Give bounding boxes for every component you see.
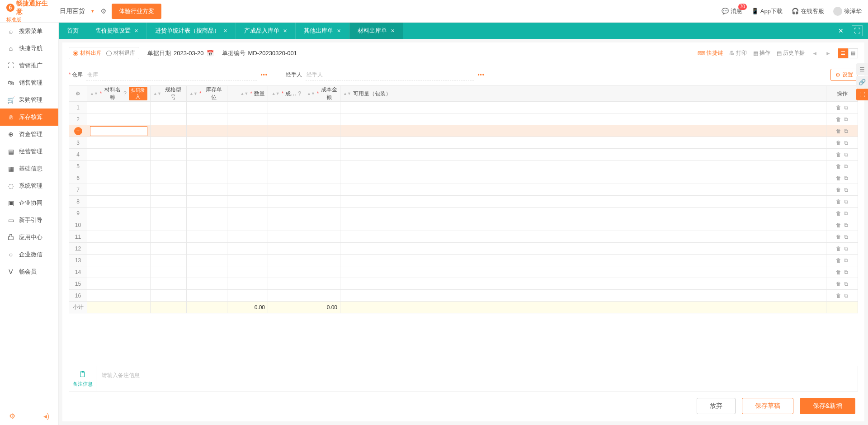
sidebar-item-库存核算[interactable]: ⎚库存核算 (0, 109, 58, 126)
view-list-icon[interactable]: ☰ (838, 48, 848, 58)
table-row[interactable]: 1🗑⧉ (69, 102, 858, 113)
sidebar-item-搜索菜单[interactable]: ⌕搜索菜单 (0, 23, 58, 40)
sidebar-item-应用中心[interactable]: 凸应用中心 (0, 229, 58, 246)
row-copy-icon[interactable]: ⧉ (844, 151, 848, 158)
sidebar-item-新手引导[interactable]: ▭新手引导 (0, 212, 58, 229)
doc-date-field[interactable]: 单据日期 2023-03-20 📅 (147, 49, 214, 57)
warehouse-field[interactable]: *仓库 仓库 ••• (69, 70, 268, 80)
help-icon[interactable]: ? (123, 90, 127, 97)
row-copy-icon[interactable]: ⧉ (844, 293, 848, 299)
table-row[interactable]: 3🗑⧉ (69, 137, 858, 149)
table-row[interactable]: 5🗑⧉ (69, 161, 858, 172)
row-delete-icon[interactable]: 🗑 (836, 257, 841, 264)
tab-首页[interactable]: 首页 (59, 23, 87, 39)
sidebar-item-销售管理[interactable]: 🛍销售管理 (0, 74, 58, 91)
col-amount[interactable]: ▲▼*成本金额 (304, 86, 340, 102)
row-copy-icon[interactable]: ⧉ (844, 163, 848, 170)
row-delete-icon[interactable]: 🗑 (836, 281, 841, 287)
gear-icon[interactable]: ⚙ (100, 7, 106, 15)
tab-材料出库单[interactable]: 材料出库单✕ (349, 23, 403, 39)
row-delete-icon[interactable]: 🗑 (836, 116, 841, 123)
user-menu[interactable]: 徐泽华 (833, 7, 862, 16)
col-unit[interactable]: ▲▼*库存单位 (187, 86, 227, 102)
row-delete-icon[interactable]: 🗑 (836, 175, 841, 181)
table-row[interactable]: 9🗑⧉ (69, 208, 858, 219)
row-delete-icon[interactable]: 🗑 (836, 128, 841, 134)
row-copy-icon[interactable]: ⧉ (844, 257, 848, 264)
tabs-expand-icon[interactable]: ⛶ (852, 25, 863, 36)
tab-close-icon[interactable]: ✕ (283, 28, 287, 34)
table-row[interactable]: 4🗑⧉ (69, 149, 858, 161)
row-delete-icon[interactable]: 🗑 (836, 293, 841, 299)
row-delete-icon[interactable]: 🗑 (836, 187, 841, 193)
col-available[interactable]: ▲▼可用量（包装） (340, 86, 826, 102)
table-row[interactable]: 12🗑⧉ (69, 243, 858, 255)
table-row[interactable]: 2🗑⧉ (69, 113, 858, 125)
messages-button[interactable]: 💬 消息 70 (722, 7, 742, 15)
row-copy-icon[interactable]: ⧉ (844, 140, 848, 146)
row-delete-icon[interactable]: 🗑 (836, 151, 841, 158)
table-row[interactable]: 14🗑⧉ (69, 266, 858, 278)
radio-material-out[interactable]: 材料出库 (73, 49, 102, 57)
prev-doc-icon[interactable]: ◄ (811, 50, 818, 57)
shortcut-button[interactable]: ⌨ 快捷键 (698, 49, 723, 57)
tab-close-icon[interactable]: ✕ (337, 28, 341, 34)
tab-产成品入库单[interactable]: 产成品入库单✕ (236, 23, 296, 39)
history-button[interactable]: ▤ 历史单据 (777, 49, 805, 57)
row-delete-icon[interactable]: 🗑 (836, 246, 841, 252)
fly-history-icon[interactable]: ☰ (856, 63, 868, 75)
table-row[interactable]: 11🗑⧉ (69, 231, 858, 243)
handler-input[interactable]: 经手人 (306, 70, 474, 80)
next-doc-icon[interactable]: ► (825, 50, 832, 57)
row-delete-icon[interactable]: 🗑 (836, 198, 841, 205)
sidebar-item-经营管理[interactable]: ▤经营管理 (0, 143, 58, 160)
sidebar-item-企业协同[interactable]: ▣企业协同 (0, 194, 58, 212)
row-copy-icon[interactable]: ⧉ (844, 198, 848, 205)
row-delete-icon[interactable]: 🗑 (836, 140, 841, 146)
row-copy-icon[interactable]: ⧉ (844, 187, 848, 193)
discard-button[interactable]: 放弃 (697, 398, 736, 414)
row-copy-icon[interactable]: ⧉ (844, 116, 848, 123)
fly-link-icon[interactable]: 🔗 (856, 76, 868, 88)
calendar-icon[interactable]: 📅 (207, 50, 214, 57)
row-copy-icon[interactable]: ⧉ (844, 246, 848, 252)
tab-close-icon[interactable]: ✕ (134, 28, 138, 34)
print-button[interactable]: 🖶 打印 (729, 49, 747, 57)
help-icon[interactable]: ? (298, 90, 301, 97)
table-row[interactable]: 13🗑⧉ (69, 255, 858, 266)
fly-expand-icon[interactable]: ⛶ (856, 89, 868, 100)
sidebar-item-企业微信[interactable]: ○企业微信 (0, 246, 58, 263)
table-row[interactable]: 8🗑⧉ (69, 196, 858, 208)
lookup-icon[interactable]: ••• (477, 72, 485, 78)
row-delete-icon[interactable]: 🗑 (836, 104, 841, 111)
add-row-icon[interactable]: + (74, 127, 82, 135)
row-delete-icon[interactable]: 🗑 (836, 163, 841, 170)
col-qty[interactable]: ▲▼*数量 (227, 86, 268, 102)
row-copy-icon[interactable]: ⧉ (844, 128, 848, 134)
table-row[interactable]: 10🗑⧉ (69, 219, 858, 231)
warehouse-input[interactable]: 仓库 (86, 70, 257, 80)
doc-type-radio[interactable]: 材料出库 材料退库 (69, 47, 139, 59)
tab-其他出库单[interactable]: 其他出库单✕ (296, 23, 349, 39)
download-button[interactable]: 📱 App下载 (751, 7, 783, 15)
row-copy-icon[interactable]: ⧉ (844, 269, 848, 275)
col-spec[interactable]: ▲▼规格型号 (151, 86, 187, 102)
row-copy-icon[interactable]: ⧉ (844, 234, 848, 240)
sidebar-item-快捷导航[interactable]: ⌂快捷导航 (0, 40, 58, 57)
row-copy-icon[interactable]: ⧉ (844, 222, 848, 228)
save-draft-button[interactable]: 保存草稿 (742, 398, 793, 414)
remark-input[interactable]: 请输入备注信息 (96, 366, 858, 391)
table-row[interactable]: 6🗑⧉ (69, 172, 858, 184)
scan-tag[interactable]: 扫码录入 (129, 87, 147, 100)
tabs-close-all-icon[interactable]: ✕ (835, 25, 846, 36)
sidebar-item-营销推广[interactable]: ⛶营销推广 (0, 57, 58, 74)
sidebar-item-采购管理[interactable]: 🛒采购管理 (0, 91, 58, 109)
sidebar-item-基础信息[interactable]: ▦基础信息 (0, 160, 58, 177)
ops-button[interactable]: ▦ 操作 (753, 49, 770, 57)
material-name-input[interactable] (90, 126, 147, 136)
handler-field[interactable]: 经手人 经手人 ••• (286, 70, 485, 80)
col-material[interactable]: ▲▼*材料名称?扫码录入 (87, 86, 151, 102)
lookup-icon[interactable]: ••• (260, 72, 268, 78)
service-button[interactable]: 🎧 在线客服 (792, 7, 824, 15)
cta-button[interactable]: 体验行业方案 (112, 4, 161, 19)
